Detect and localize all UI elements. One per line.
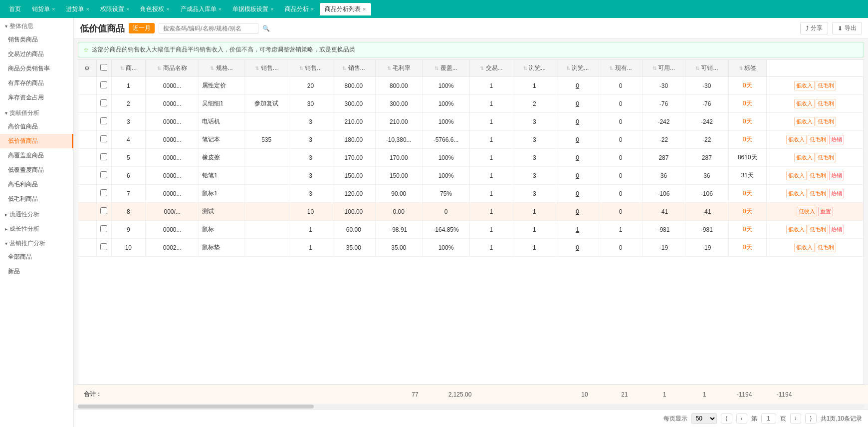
view1-link[interactable]: 0 — [576, 172, 579, 179]
row-checkbox[interactable] — [100, 117, 107, 124]
row-checkbox[interactable] — [100, 81, 107, 88]
sidebar-group-marketing[interactable]: ▾ 营销推广分析 — [0, 235, 73, 250]
view1-link[interactable]: 0 — [576, 136, 579, 143]
last-page-button[interactable]: ⟩ — [805, 414, 817, 424]
view1-link[interactable]: 0 — [576, 154, 579, 161]
sidebar-group-contribution[interactable]: ▾ 贡献值分析 — [0, 105, 73, 119]
row-checkbox[interactable] — [100, 225, 107, 232]
view1-link[interactable]: 0 — [576, 118, 579, 125]
cell-view1[interactable]: 0 — [556, 77, 599, 95]
cell-setting — [78, 203, 96, 221]
row-checkbox[interactable] — [100, 135, 107, 142]
cell-check[interactable] — [96, 203, 111, 221]
first-page-button[interactable]: ⟨ — [721, 414, 732, 424]
filter-button[interactable]: 近一月 — [129, 23, 155, 33]
row-checkbox[interactable] — [100, 189, 107, 196]
sidebar-group-growth[interactable]: ▸ 成长性分析 — [0, 221, 73, 235]
nav-sales[interactable]: 销货单 × — [27, 3, 60, 15]
nav-sales-close[interactable]: × — [52, 6, 55, 12]
search-input[interactable] — [159, 23, 258, 34]
sidebar-item-high-value[interactable]: 高价值商品 — [0, 119, 73, 134]
cell-check[interactable] — [96, 239, 111, 257]
cell-setting — [78, 131, 96, 149]
cell-view1[interactable]: 0 — [556, 203, 599, 221]
sidebar-item-all-goods[interactable]: 全部商品 — [0, 250, 73, 264]
cell-view1[interactable]: 1 — [556, 221, 599, 239]
sidebar-item-new-goods[interactable]: 新品 — [0, 264, 73, 279]
cell-view1[interactable]: 0 — [556, 95, 599, 113]
nav-permission[interactable]: 权限设置 × — [95, 3, 134, 15]
nav-warehouse-close[interactable]: × — [218, 6, 221, 12]
col-stock3-header: ⇅ 可销... — [685, 60, 728, 77]
nav-warehouse[interactable]: 产成品入库单 × — [176, 3, 226, 15]
cell-check[interactable] — [96, 131, 111, 149]
cell-check[interactable] — [96, 221, 111, 239]
cell-code: 0000... — [146, 185, 199, 203]
cell-view1[interactable]: 0 — [556, 167, 599, 185]
sidebar-item-traded-goods[interactable]: 交易过的商品 — [0, 47, 73, 61]
sidebar-item-capital[interactable]: 库存资金占用 — [0, 90, 73, 105]
col-check-all[interactable] — [96, 60, 111, 77]
sidebar-item-low-value[interactable]: 低价值商品 — [0, 134, 73, 148]
check-all-checkbox[interactable] — [100, 64, 107, 71]
col-setting[interactable]: ⚙ — [78, 60, 96, 77]
sidebar-item-low-margin[interactable]: 低毛利商品 — [0, 192, 73, 206]
page-size-select[interactable]: 50 100 200 — [691, 413, 717, 424]
row-checkbox[interactable] — [100, 99, 107, 106]
cell-check[interactable] — [96, 95, 111, 113]
sidebar-item-stock-goods[interactable]: 有库存的商品 — [0, 76, 73, 90]
row-checkbox[interactable] — [100, 207, 107, 214]
nav-purchase-close[interactable]: × — [86, 6, 89, 12]
nav-template[interactable]: 单据模板设置 × — [227, 3, 278, 15]
scrollbar-horizontal[interactable] — [78, 405, 864, 409]
settings-icon[interactable]: ⚙ — [84, 65, 90, 72]
nav-analysis-list[interactable]: 商品分析列表 × — [320, 3, 371, 15]
cell-code: 0000... — [146, 131, 199, 149]
cell-view1[interactable]: 0 — [556, 239, 599, 257]
cell-check[interactable] — [96, 185, 111, 203]
cell-view1[interactable]: 0 — [556, 113, 599, 131]
next-page-button[interactable]: › — [790, 414, 801, 424]
nav-template-close[interactable]: × — [270, 6, 273, 12]
view1-link[interactable]: 0 — [576, 100, 579, 107]
cell-trade: 1 — [513, 77, 556, 95]
nav-role[interactable]: 角色授权 × — [135, 3, 174, 15]
nav-role-close[interactable]: × — [166, 6, 169, 12]
export-button[interactable]: ⬇ 导出 — [832, 22, 862, 34]
sidebar-item-sales-goods[interactable]: 销售类商品 — [0, 32, 73, 47]
share-button[interactable]: ⤴ 分享 — [800, 22, 828, 34]
sidebar-item-low-coverage[interactable]: 低覆盖度商品 — [0, 163, 73, 177]
view1-link[interactable]: 0 — [576, 244, 579, 251]
sidebar-item-high-margin[interactable]: 高毛利商品 — [0, 177, 73, 192]
sidebar-group-overall[interactable]: ▾ 整体信息 — [0, 18, 73, 32]
tag-low-margin: 低毛利 — [816, 117, 836, 126]
prev-page-button[interactable]: ‹ — [736, 414, 747, 424]
totals-stock1: -1194 — [724, 389, 764, 400]
view1-link[interactable]: 0 — [576, 190, 579, 197]
nav-analysis-list-close[interactable]: × — [363, 6, 366, 12]
nav-analysis-close[interactable]: × — [311, 6, 314, 12]
table-container[interactable]: ⚙ ⇅ 商... ⇅ 商品名称 ⇅ 规格... ⇅ 销售... ⇅ 销售... … — [78, 59, 864, 385]
cell-check[interactable] — [96, 149, 111, 167]
view1-link[interactable]: 0 — [576, 82, 579, 89]
cell-view1[interactable]: 0 — [556, 185, 599, 203]
row-checkbox[interactable] — [100, 153, 107, 160]
cell-check[interactable] — [96, 167, 111, 185]
sidebar-group-liquidity[interactable]: ▸ 流通性分析 — [0, 206, 73, 221]
row-checkbox[interactable] — [100, 171, 107, 178]
search-icon[interactable]: 🔍 — [262, 25, 270, 32]
cell-view1[interactable]: 0 — [556, 131, 599, 149]
scrollbar-thumb[interactable] — [78, 405, 314, 409]
row-checkbox[interactable] — [100, 243, 107, 250]
nav-home[interactable]: 首页 — [4, 3, 26, 15]
cell-view1[interactable]: 0 — [556, 149, 599, 167]
nav-analysis[interactable]: 商品分析 × — [280, 3, 319, 15]
nav-purchase[interactable]: 进货单 × — [61, 3, 94, 15]
view1-link[interactable]: 1 — [576, 226, 579, 233]
view1-link[interactable]: 0 — [576, 208, 579, 215]
sidebar-item-high-coverage[interactable]: 高覆盖度商品 — [0, 148, 73, 163]
sidebar-item-category-sales[interactable]: 商品分类销售率 — [0, 61, 73, 76]
cell-check[interactable] — [96, 77, 111, 95]
nav-permission-close[interactable]: × — [126, 6, 129, 12]
cell-check[interactable] — [96, 113, 111, 131]
